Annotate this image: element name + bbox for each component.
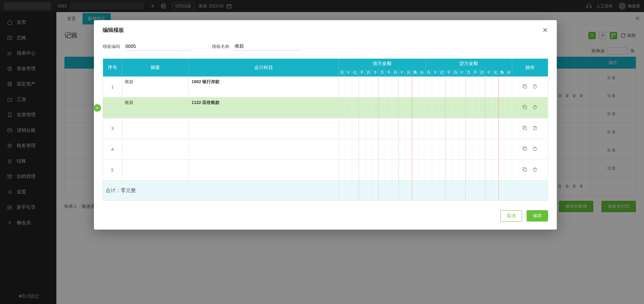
amount-digit[interactable] (372, 118, 379, 139)
copy-icon[interactable] (522, 84, 528, 90)
amount-digit[interactable] (345, 181, 352, 201)
amount-digit[interactable] (459, 118, 465, 139)
amount-digit[interactable] (459, 139, 465, 160)
amount-digit[interactable] (379, 181, 385, 201)
amount-digit[interactable] (392, 160, 399, 181)
amount-digit[interactable] (359, 118, 365, 139)
amount-digit[interactable] (459, 181, 465, 201)
row-summary[interactable]: 收款 (122, 98, 189, 118)
amount-digit[interactable] (445, 98, 452, 118)
cancel-button[interactable]: 取消 (500, 210, 522, 222)
amount-digit[interactable] (399, 160, 406, 181)
amount-digit[interactable] (365, 98, 372, 118)
amount-digit[interactable] (505, 160, 512, 181)
amount-digit[interactable] (385, 118, 392, 139)
amount-digit[interactable] (359, 181, 365, 201)
amount-digit[interactable] (445, 160, 452, 181)
row-summary[interactable]: 收款 (122, 77, 189, 98)
row-account[interactable]: 1002 银行存款 (189, 77, 338, 98)
amount-digit[interactable] (479, 98, 485, 118)
amount-digit[interactable] (385, 181, 392, 201)
amount-digit[interactable] (505, 77, 512, 98)
amount-digit[interactable] (465, 181, 472, 201)
amount-digit[interactable] (472, 77, 479, 98)
amount-digit[interactable] (399, 98, 406, 118)
amount-digit[interactable] (432, 139, 439, 160)
amount-digit[interactable] (472, 139, 479, 160)
amount-digit[interactable] (485, 118, 492, 139)
amount-digit[interactable] (339, 139, 345, 160)
amount-digit[interactable] (432, 77, 439, 98)
amount-digit[interactable] (379, 118, 385, 139)
amount-digit[interactable] (445, 139, 452, 160)
amount-digit[interactable] (479, 160, 485, 181)
amount-digit[interactable] (372, 77, 379, 98)
delete-icon[interactable] (532, 146, 538, 153)
amount-digit[interactable] (452, 181, 459, 201)
amount-digit[interactable] (365, 181, 372, 201)
amount-digit[interactable] (412, 181, 419, 201)
amount-digit[interactable] (465, 160, 472, 181)
amount-digit[interactable] (459, 98, 465, 118)
amount-digit[interactable] (419, 98, 425, 118)
amount-digit[interactable] (345, 98, 352, 118)
amount-digit[interactable] (445, 77, 452, 98)
amount-digit[interactable] (419, 139, 425, 160)
amount-digit[interactable] (339, 98, 345, 118)
amount-digit[interactable] (479, 181, 485, 201)
amount-digit[interactable] (405, 181, 412, 201)
amount-digit[interactable] (405, 160, 412, 181)
amount-digit[interactable] (439, 181, 445, 201)
amount-digit[interactable] (459, 77, 465, 98)
copy-icon[interactable] (522, 167, 528, 173)
amount-digit[interactable] (492, 181, 499, 201)
amount-digit[interactable] (452, 118, 459, 139)
amount-digit[interactable] (352, 181, 359, 201)
amount-digit[interactable] (472, 160, 479, 181)
row-summary[interactable] (122, 139, 189, 160)
amount-digit[interactable] (372, 160, 379, 181)
amount-digit[interactable] (405, 118, 412, 139)
amount-digit[interactable] (352, 118, 359, 139)
amount-digit[interactable] (505, 98, 512, 118)
amount-digit[interactable] (499, 181, 505, 201)
amount-digit[interactable] (445, 181, 452, 201)
row-account[interactable]: 1122 应收账款 (189, 98, 338, 118)
amount-digit[interactable] (379, 160, 385, 181)
amount-digit[interactable] (492, 118, 499, 139)
amount-digit[interactable] (485, 160, 492, 181)
amount-digit[interactable] (452, 77, 459, 98)
amount-digit[interactable] (352, 160, 359, 181)
amount-digit[interactable] (485, 181, 492, 201)
amount-digit[interactable] (372, 139, 379, 160)
amount-digit[interactable] (399, 77, 406, 98)
row-summary[interactable] (122, 118, 189, 139)
amount-digit[interactable] (365, 118, 372, 139)
amount-digit[interactable] (452, 160, 459, 181)
amount-digit[interactable] (405, 139, 412, 160)
amount-digit[interactable] (419, 118, 425, 139)
amount-digit[interactable] (345, 139, 352, 160)
amount-digit[interactable] (345, 118, 352, 139)
delete-icon[interactable] (532, 84, 538, 90)
amount-digit[interactable] (492, 139, 499, 160)
amount-digit[interactable] (425, 181, 432, 201)
amount-digit[interactable] (392, 118, 399, 139)
amount-digit[interactable] (412, 77, 419, 98)
amount-digit[interactable] (385, 139, 392, 160)
amount-digit[interactable] (499, 77, 505, 98)
amount-digit[interactable] (425, 77, 432, 98)
amount-digit[interactable] (359, 77, 365, 98)
amount-digit[interactable] (465, 139, 472, 160)
delete-icon[interactable] (532, 105, 538, 111)
amount-digit[interactable] (412, 139, 419, 160)
modal-save-button[interactable]: 保存 (527, 210, 548, 222)
amount-digit[interactable] (392, 139, 399, 160)
amount-digit[interactable] (405, 98, 412, 118)
amount-digit[interactable] (439, 98, 445, 118)
amount-digit[interactable] (339, 118, 345, 139)
amount-digit[interactable] (505, 181, 512, 201)
amount-digit[interactable] (492, 77, 499, 98)
amount-digit[interactable] (439, 139, 445, 160)
amount-digit[interactable] (452, 98, 459, 118)
